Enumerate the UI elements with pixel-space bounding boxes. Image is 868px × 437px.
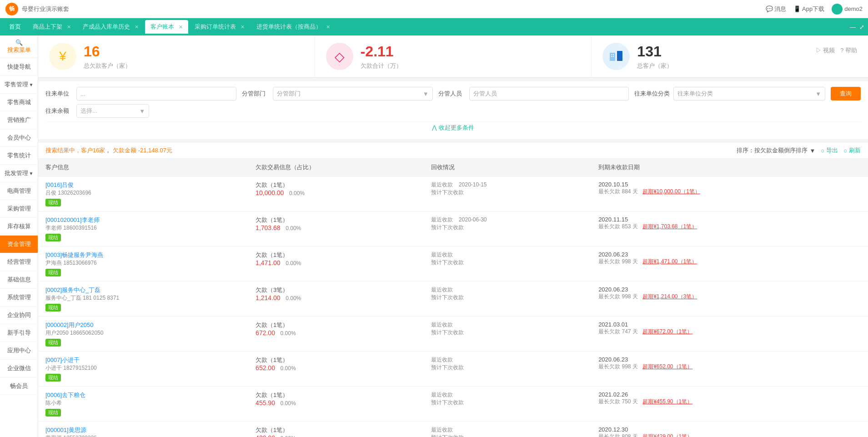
- sidebar-item-vip-member[interactable]: 畅会员: [0, 377, 38, 395]
- tab-purchase-order[interactable]: 采购订单统计表 ✕: [189, 20, 250, 34]
- overdue-link-2[interactable]: 超期¥1,471.00（1笔）: [642, 258, 697, 265]
- tab-close-purchase-stats[interactable]: ✕: [326, 24, 330, 30]
- collapse-filters-btn[interactable]: ⋀ 收起更多条件: [45, 121, 861, 134]
- tab-close-purchase-order[interactable]: ✕: [241, 24, 245, 30]
- tab-close-product-history[interactable]: ✕: [135, 24, 139, 30]
- sidebar-item-retail-mgmt[interactable]: 零售管理 ▼: [0, 76, 38, 94]
- sidebar-item-marketing[interactable]: 营销推广: [0, 111, 38, 129]
- cell-customer-7: [000001]黄思源 黄思源 13552700226 现结: [38, 422, 248, 437]
- svg-rect-3: [613, 54, 614, 55]
- balance-label: 往来余额: [45, 107, 73, 115]
- overdue-link-1[interactable]: 超期¥1,703.68（1笔）: [642, 223, 697, 230]
- customer-name-link-4[interactable]: [000002]用户2050: [45, 321, 94, 328]
- unit-category-dropdown-icon: ▼: [815, 90, 821, 97]
- sidebar-item-enterprise-coop[interactable]: 企业协同: [0, 306, 38, 324]
- sidebar-item-purchase-mgmt[interactable]: 采购管理: [0, 200, 38, 218]
- refresh-btn[interactable]: ○ 刷新: [843, 146, 861, 155]
- sidebar-item-inventory[interactable]: 库存核算: [0, 218, 38, 236]
- tabbar-minimize[interactable]: —: [850, 24, 856, 30]
- customer-tag-5: 现结: [45, 374, 61, 382]
- debt-pct-4: 0.00%: [281, 330, 296, 337]
- export-icon: ○: [821, 147, 824, 154]
- manager-input[interactable]: 分管人员: [469, 87, 629, 100]
- sidebar-item-finance[interactable]: 资金管理: [0, 236, 38, 253]
- overdue-days-7: 最长欠款 808 天: [598, 433, 641, 437]
- due-date-5: 2020.06.23: [598, 356, 861, 363]
- dept-input[interactable]: 分管部门 ▼: [273, 87, 433, 100]
- debt-total-label: 欠款合计（万）: [361, 62, 402, 70]
- filter-area: 往来单位 ... 分管部门 分管部门 ▼ 分管人员 分管人员: [38, 81, 868, 139]
- overdue-link-5[interactable]: 超期¥652.00（1笔）: [642, 363, 692, 370]
- chevron-down-icon: ▼: [29, 82, 34, 87]
- next-collection-7: 预计下次收款: [431, 434, 584, 437]
- tabbar-maximize[interactable]: ⤢: [859, 24, 864, 30]
- sidebar-item-app-center[interactable]: 应用中心: [0, 342, 38, 360]
- tab-home[interactable]: 首页: [4, 20, 26, 34]
- overdue-days-1: 最长欠款 853 天: [598, 223, 641, 230]
- stats-row: ¥ 16 总欠款客户（家） ◇ -2.11 欠款合计（万）: [38, 35, 868, 78]
- customer-name-link-7[interactable]: [000001]黄思源: [45, 427, 86, 433]
- sidebar-item-batch-mgmt[interactable]: 批发管理 ▼: [0, 165, 38, 182]
- overdue-link-6[interactable]: 超期¥455.90（1笔）: [642, 398, 692, 405]
- sidebar-item-enterprise-wechat[interactable]: 企业微信: [0, 360, 38, 377]
- due-date-7: 2020.12.30: [598, 426, 861, 433]
- sidebar-item-basic-info[interactable]: 基础信息: [0, 271, 38, 289]
- overdue-link-4[interactable]: 超期¥672.00（1笔）: [642, 328, 692, 335]
- tab-customer-account[interactable]: 客户账本 ✕: [145, 20, 188, 34]
- sort-icon: ▼: [809, 147, 815, 154]
- tab-close-product-status[interactable]: ✕: [67, 24, 71, 30]
- sidebar-item-new-guide[interactable]: 新手引导: [0, 324, 38, 342]
- collapse-icon: ⋀: [432, 124, 437, 131]
- next-collection-6: 预计下次收款: [431, 399, 584, 407]
- export-btn[interactable]: ○ 导出: [821, 146, 838, 155]
- tab-close-customer-account[interactable]: ✕: [179, 24, 183, 30]
- debt-pct-5: 0.00%: [281, 365, 296, 372]
- svg-rect-0: [610, 53, 615, 61]
- overdue-link-0[interactable]: 超期¥10,000.00（1笔）: [642, 188, 700, 195]
- customer-name-link-1[interactable]: [0001020001]李老师: [45, 216, 100, 223]
- filter-group-unit-category: 往来单位分类 往来单位分类 ▼: [634, 87, 825, 100]
- last-collection-2: 最近收款: [431, 251, 584, 259]
- source-unit-input[interactable]: ...: [76, 87, 236, 100]
- user-avatar[interactable]: demo2: [832, 4, 863, 15]
- sidebar-item-quick-nav[interactable]: 快捷导航: [0, 58, 38, 76]
- last-collection-7: 最近收款: [431, 426, 584, 434]
- tab-product-history[interactable]: 产成品入库单历史 ✕: [77, 20, 144, 34]
- video-btn[interactable]: ▷ 视频: [816, 46, 835, 55]
- overdue-link-7[interactable]: 超期¥429.00（1笔）: [642, 433, 692, 437]
- sidebar-item-retail-mall[interactable]: 零售商城: [0, 94, 38, 111]
- cell-collection-1: 最近收款 2020-06-30 预计下次收款: [424, 211, 591, 246]
- overdue-days-3: 最长欠款 998 天: [598, 293, 641, 300]
- total-customers-label: 总客户（家）: [637, 62, 672, 70]
- sidebar-item-member[interactable]: 会员中心: [0, 129, 38, 147]
- sort-dropdown[interactable]: 排序：按欠款金额倒序排序 ▼: [737, 146, 815, 155]
- search-button[interactable]: 查询: [831, 87, 861, 100]
- debt-pct-6: 0.00%: [281, 400, 296, 407]
- sidebar-search[interactable]: 🔍 搜索菜单: [0, 35, 38, 58]
- tab-purchase-stats[interactable]: 进货单统计表（按商品） ✕: [251, 20, 336, 34]
- unit-category-input[interactable]: 往来单位分类 ▼: [673, 87, 825, 100]
- last-collection-3: 最近收款: [431, 286, 584, 294]
- cell-debt-0: 欠款（1笔） 10,000.00 0.00%: [248, 176, 424, 211]
- app-download-btn[interactable]: 📱 App下载: [793, 5, 824, 13]
- message-btn[interactable]: 💬 消息: [766, 5, 787, 13]
- customer-name-link-5[interactable]: [0007]小进干: [45, 357, 80, 363]
- overdue-link-3[interactable]: 超期¥1,214.00（3笔）: [642, 293, 697, 300]
- balance-select[interactable]: 选择... ▼: [76, 104, 149, 118]
- sidebar-item-ecommerce[interactable]: 电商管理: [0, 182, 38, 200]
- customer-name-link-3[interactable]: [0002]服务中心_丁磊: [45, 286, 100, 293]
- sidebar-item-operations[interactable]: 经营管理: [0, 253, 38, 271]
- sidebar-item-system[interactable]: 系统管理: [0, 289, 38, 306]
- cell-due-3: 2020.06.23 最长欠款 998 天 超期¥1,214.00（3笔）: [591, 281, 868, 316]
- tab-product-status[interactable]: 商品上下架 ✕: [27, 20, 76, 34]
- overdue-days-4: 最长欠款 747 天: [598, 328, 641, 335]
- sidebar-item-retail-stats[interactable]: 零售统计: [0, 147, 38, 165]
- customer-name-link-6[interactable]: [0006]去下粮仓: [45, 392, 85, 398]
- next-collection-0: 预计下次收款: [431, 189, 584, 196]
- help-btn[interactable]: ? 帮助: [840, 46, 857, 55]
- customer-name-link-2[interactable]: [0003]畅捷服务尹海燕: [45, 251, 103, 258]
- customer-name-link-0[interactable]: [0016]吕俊: [45, 181, 74, 188]
- topbar: 畅 母婴行业演示账套 💬 消息 📱 App下载 demo2: [0, 0, 868, 18]
- svg-rect-4: [611, 56, 612, 57]
- debt-amount-1: 1,703.68: [256, 224, 281, 231]
